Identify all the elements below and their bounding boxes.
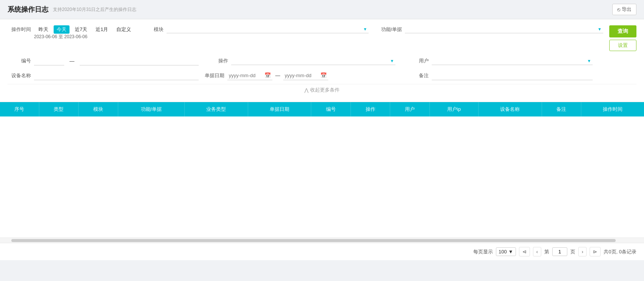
col-seq: 序号 (0, 102, 39, 116)
operation-label: 操作 (205, 57, 231, 64)
collapse-label: 收起更多条件 (310, 87, 340, 93)
date-label: 单据日期 (205, 72, 227, 79)
date-dash: — (275, 73, 280, 78)
operation-select[interactable]: ▼ (231, 57, 396, 65)
col-module: 模块 (79, 102, 118, 116)
number-label: 编号 (8, 57, 34, 64)
horizontal-scrollbar[interactable] (0, 238, 644, 243)
calendar-from-icon[interactable]: 📅 (264, 72, 271, 78)
per-page-value: 100 (499, 249, 507, 255)
per-page-chevron-icon: ▼ (508, 249, 513, 255)
col-type: 类型 (39, 102, 78, 116)
remark-input[interactable] (432, 71, 593, 80)
export-button[interactable]: ⎋ 导出 (612, 4, 636, 15)
number-range: — (34, 56, 199, 65)
time-btn-today[interactable]: 今天 (54, 25, 69, 34)
prev-page-button[interactable]: ‹ (533, 247, 541, 256)
col-date: 单据日期 (248, 102, 311, 116)
time-options: 昨天 今天 近7天 近1月 自定义 (36, 25, 134, 34)
page-title: 系统操作日志 (8, 5, 48, 14)
per-page-select[interactable]: 100 ▼ (496, 247, 516, 256)
function-chevron-icon: ▼ (598, 27, 602, 31)
module-select[interactable]: ▼ (167, 25, 369, 33)
operation-chevron-icon: ▼ (390, 59, 394, 63)
remark-label: 备注 (402, 72, 432, 79)
page-subtitle: 支持2020年10月31日之后产生的操作日志 (53, 6, 136, 13)
action-buttons: 查询 设置 (609, 25, 636, 51)
settings-button[interactable]: 设置 (609, 40, 636, 51)
col-biztype: 业务类型 (185, 102, 248, 116)
user-select[interactable]: ▼ (432, 57, 593, 65)
collapse-button[interactable]: ⋀ 收起更多条件 (304, 87, 340, 93)
col-user: 用户 (390, 102, 429, 116)
table-container: 序号 类型 模块 功能/单据 业务类型 单据日期 编号 操作 用户 用户ip 设… (0, 102, 644, 238)
number-to-input[interactable] (80, 56, 199, 65)
col-operation: 操作 (351, 102, 390, 116)
per-page-label: 每页显示 (473, 248, 493, 255)
time-btn-1month[interactable]: 近1月 (93, 25, 111, 34)
date-to-input[interactable] (285, 73, 319, 78)
time-range: 2023-06-06 至 2023-06-06 (34, 34, 87, 39)
module-label: 模块 (140, 26, 167, 33)
page-unit: 页 (570, 248, 575, 255)
export-label: 导出 (622, 6, 632, 13)
page-label: 第 (544, 248, 549, 255)
table-header: 序号 类型 模块 功能/单据 业务类型 单据日期 编号 操作 用户 用户ip 设… (0, 102, 644, 116)
page-header: 系统操作日志 支持2020年10月31日之后产生的操作日志 ⎋ 导出 (0, 0, 644, 19)
user-label: 用户 (402, 57, 432, 64)
device-input[interactable] (34, 71, 199, 80)
first-page-button[interactable]: ⊲ (519, 247, 530, 256)
calendar-to-icon[interactable]: 📅 (320, 72, 327, 78)
date-to-wrapper: 📅 (283, 71, 328, 80)
last-page-button[interactable]: ⊳ (590, 247, 601, 256)
date-from-wrapper: 📅 (227, 71, 272, 80)
collapse-row: ⋀ 收起更多条件 (8, 84, 636, 96)
col-optime: 操作时间 (581, 102, 644, 116)
time-btn-7days[interactable]: 近7天 (72, 25, 90, 34)
collapse-up-icon: ⋀ (304, 87, 309, 93)
page-number-input[interactable] (552, 247, 567, 256)
time-btn-custom[interactable]: 自定义 (113, 25, 134, 34)
time-label: 操作时间 (8, 26, 34, 33)
number-from-input[interactable] (34, 56, 64, 65)
filter-area: 操作时间 昨天 今天 近7天 近1月 自定义 2023-06-06 至 2023… (0, 19, 644, 102)
date-from-input[interactable] (229, 73, 263, 78)
data-table: 序号 类型 模块 功能/单据 业务类型 单据日期 编号 操作 用户 用户ip 设… (0, 102, 644, 116)
query-button[interactable]: 查询 (609, 25, 636, 37)
time-btn-yesterday[interactable]: 昨天 (36, 25, 51, 34)
empty-area (0, 116, 644, 238)
module-chevron-icon: ▼ (363, 27, 367, 31)
col-userip: 用户ip (429, 102, 478, 116)
export-icon: ⎋ (617, 6, 620, 12)
pagination: 每页显示 100 ▼ ⊲ ‹ 第 页 › ⊳ 共0页, 0条记录 (0, 243, 644, 260)
col-number: 编号 (311, 102, 351, 116)
number-dash: — (69, 58, 74, 64)
function-select[interactable]: ▼ (405, 25, 603, 33)
next-page-button[interactable]: › (578, 247, 587, 256)
col-device: 设备名称 (478, 102, 542, 116)
user-chevron-icon: ▼ (587, 59, 591, 63)
device-label: 设备名称 (8, 72, 34, 79)
col-function: 功能/单据 (118, 102, 184, 116)
col-remark: 备注 (542, 102, 581, 116)
scrollbar-thumb (11, 239, 616, 242)
function-label: 功能/单据 (375, 26, 405, 33)
total-info: 共0页, 0条记录 (604, 248, 636, 255)
